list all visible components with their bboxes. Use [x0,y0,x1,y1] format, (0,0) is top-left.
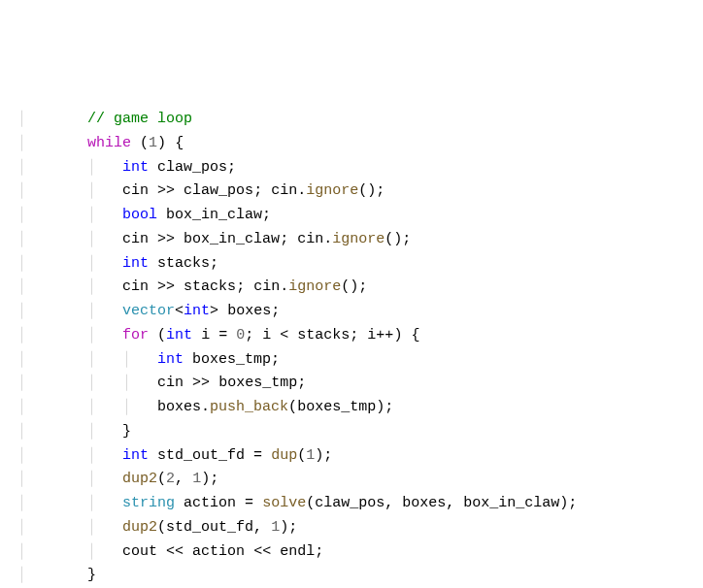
type-string: string [122,495,175,511]
code-line: │ │ cin >> claw_pos; cin.ignore(); [17,180,686,204]
code-line: │ │ vector<int> boxes; [17,300,686,324]
code-line: │ │ cin >> box_in_claw; cin.ignore(); [17,228,686,252]
method-call: ignore [288,278,341,295]
method-call: push_back [210,399,288,415]
comment: // game loop [87,111,192,127]
keyword-for: for [122,327,149,343]
code-line: │ │ │ int boxes_tmp; [17,348,686,373]
keyword-while: while [87,135,131,151]
code-line: │ while (1) { [17,132,686,156]
code-line: │ │ │ cin >> boxes_tmp; [17,372,686,396]
function-call: dup2 [122,471,157,487]
code-line: │ │ bool box_in_claw; [17,204,686,228]
code-line: │ │ int stacks; [17,252,686,277]
code-line: │ │ int claw_pos; [17,156,686,180]
type-vector: vector [122,303,175,319]
function-call: solve [262,495,306,511]
code-editor: │ // game loop│ while (1) {│ │ int claw_… [17,108,686,588]
code-line: │ } [17,564,686,588]
function-call: dup [271,447,297,464]
code-line: │ │ │ boxes.push_back(boxes_tmp); [17,396,686,420]
code-line: │ │ int std_out_fd = dup(1); [17,444,686,469]
code-line: │ // game loop [17,108,686,132]
code-line: │ │ string action = solve(claw_pos, boxe… [17,492,686,516]
function-call: dup2 [122,519,157,536]
code-line: │ │ dup2(2, 1); [17,468,686,492]
code-line: │ │ for (int i = 0; i < stacks; i++) { [17,324,686,348]
method-call: ignore [332,231,385,247]
keyword-bool: bool [122,207,157,223]
keyword-int: int [122,159,149,176]
code-line: │ │ dup2(std_out_fd, 1); [17,516,686,540]
keyword-int: int [122,255,149,272]
code-line: │ │ cin >> stacks; cin.ignore(); [17,276,686,300]
method-call: ignore [306,182,358,199]
code-line: │ │ } [17,420,686,444]
code-line: │ │ cout << action << endl; [17,540,686,565]
